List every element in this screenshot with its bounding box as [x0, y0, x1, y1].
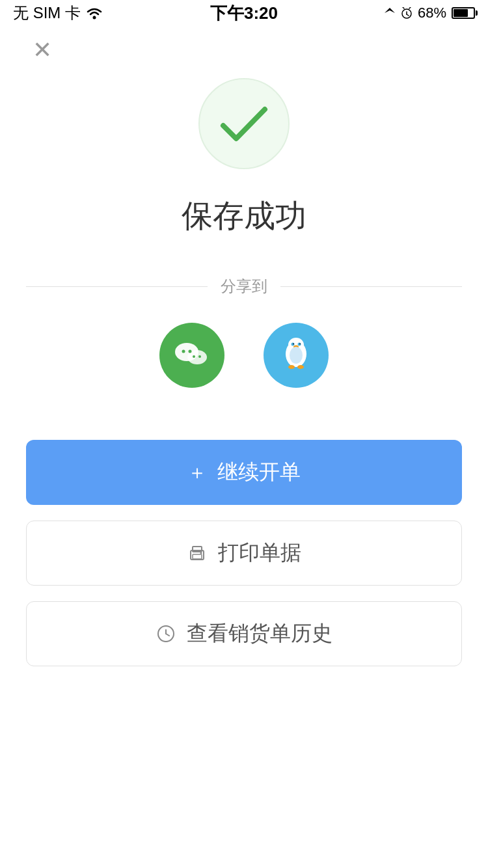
svg-point-17	[299, 344, 301, 345]
carrier-text: 无 SIM 卡	[13, 3, 81, 23]
print-label: 打印单据	[218, 539, 301, 567]
share-buttons	[159, 323, 329, 388]
wifi-icon	[86, 7, 103, 20]
print-button[interactable]: 打印单据	[26, 521, 462, 586]
svg-point-11	[198, 355, 201, 358]
svg-point-16	[293, 344, 294, 345]
battery-percentage: 68%	[418, 5, 446, 21]
status-bar: 无 SIM 卡 下午3:20 68%	[0, 0, 488, 26]
svg-line-28	[166, 634, 169, 636]
divider-line-left	[26, 286, 208, 287]
svg-point-8	[182, 349, 185, 353]
alarm-icon	[401, 7, 413, 19]
plus-icon: ＋	[187, 459, 207, 486]
close-icon: ✕	[33, 38, 52, 62]
continue-label: 继续开单	[217, 458, 301, 487]
svg-point-9	[189, 349, 192, 353]
status-right: 68%	[384, 5, 475, 21]
share-qq-button[interactable]	[264, 323, 329, 388]
location-icon	[384, 7, 396, 19]
svg-point-20	[288, 365, 295, 369]
svg-point-19	[290, 347, 303, 364]
success-circle	[198, 78, 290, 169]
share-wechat-button[interactable]	[159, 323, 224, 388]
svg-point-0	[93, 16, 96, 20]
svg-point-10	[193, 355, 195, 358]
share-divider: 分享到	[0, 276, 488, 297]
svg-line-4	[403, 7, 404, 8]
continue-button[interactable]: ＋ 继续开单	[26, 440, 462, 505]
svg-line-3	[407, 14, 409, 16]
main-content: 保存成功 分享到	[0, 26, 488, 666]
status-time: 下午3:20	[210, 2, 278, 25]
checkmark-icon	[218, 103, 270, 145]
history-icon	[156, 623, 176, 644]
action-buttons: ＋ 继续开单 打印单据 查看销货单历史	[0, 440, 488, 666]
print-icon	[187, 543, 208, 563]
qq-icon	[278, 336, 314, 375]
status-left: 无 SIM 卡	[13, 3, 103, 23]
divider-line-right	[280, 286, 462, 287]
svg-point-21	[297, 365, 304, 369]
share-divider-text: 分享到	[208, 276, 280, 297]
wechat-icon	[172, 338, 211, 373]
close-button[interactable]: ✕	[26, 34, 59, 66]
history-button[interactable]: 查看销货单历史	[26, 601, 462, 666]
history-label: 查看销货单历史	[187, 619, 332, 648]
battery-icon	[452, 7, 475, 19]
svg-line-5	[409, 7, 411, 8]
success-title: 保存成功	[182, 195, 306, 237]
svg-point-25	[200, 552, 202, 554]
svg-rect-24	[193, 554, 202, 559]
